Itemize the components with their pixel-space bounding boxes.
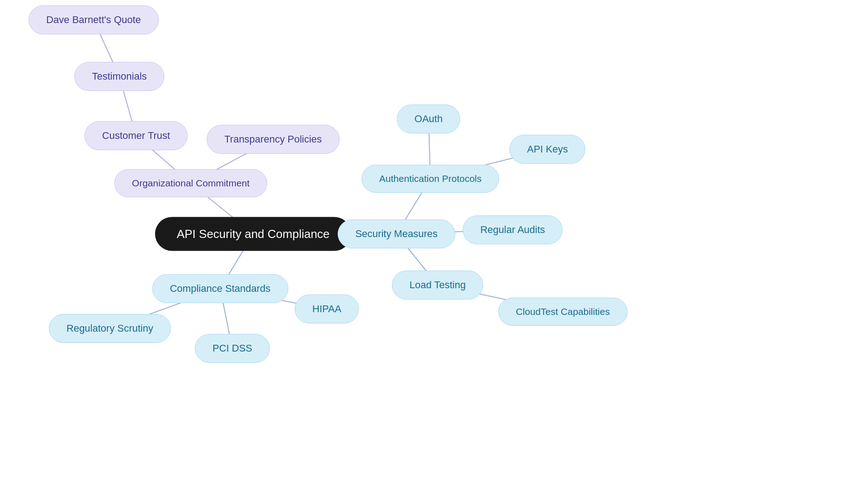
node-dave-quote: Dave Barnett's Quote bbox=[28, 5, 159, 34]
node-org-commitment: Organizational Commitment bbox=[114, 169, 267, 197]
node-auth-protocols: Authentication Protocols bbox=[362, 165, 499, 193]
node-hipaa: HIPAA bbox=[295, 295, 359, 323]
node-testimonials: Testimonials bbox=[74, 62, 164, 91]
node-regulatory-scrutiny: Regulatory Scrutiny bbox=[49, 314, 171, 343]
node-load-testing: Load Testing bbox=[392, 271, 483, 300]
node-oauth: OAuth bbox=[397, 105, 460, 133]
node-customer-trust: Customer Trust bbox=[85, 121, 188, 150]
node-compliance-standards: Compliance Standards bbox=[152, 274, 288, 303]
node-cloudtest: CloudTest Capabilities bbox=[498, 298, 627, 326]
node-security-measures: Security Measures bbox=[338, 219, 455, 248]
node-transparency-policies: Transparency Policies bbox=[207, 125, 340, 154]
node-api-keys: API Keys bbox=[509, 135, 585, 164]
center-node: API Security and Compliance bbox=[155, 217, 351, 251]
node-pci-dss: PCI DSS bbox=[195, 334, 270, 363]
node-regular-audits: Regular Audits bbox=[462, 215, 562, 244]
